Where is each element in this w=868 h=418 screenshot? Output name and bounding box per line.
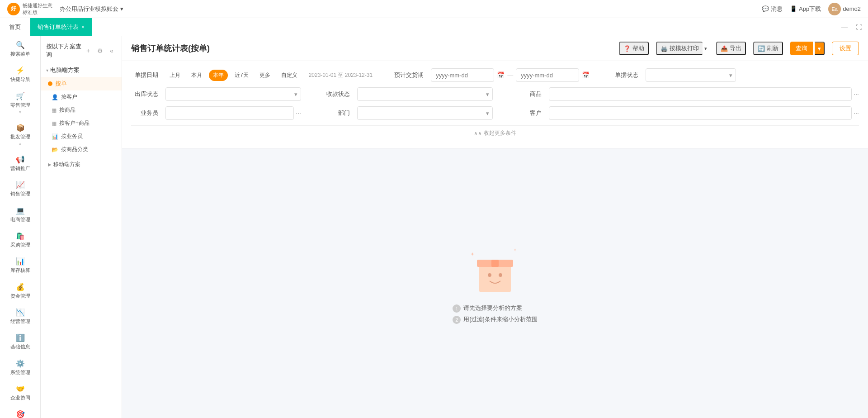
message-icon: 💬 (762, 5, 769, 12)
sidebar-item-finance[interactable]: 💰 资金管理 (0, 278, 40, 304)
date-range-text: 2023-01-01 至 2023-12-31 (309, 71, 373, 79)
sidebar-item-marketing[interactable]: 📢 营销推广 (0, 151, 40, 176)
marketing-icon: 📢 (16, 155, 25, 164)
company-selector[interactable]: 办公用品行业模拟账套 ▾ (56, 3, 127, 15)
date-btn-this-year[interactable]: 本年 (209, 70, 228, 81)
product-icon: ▦ (52, 107, 57, 114)
expected-date-end-input[interactable] (516, 68, 579, 82)
scheme-item-by-order[interactable]: 按单 (41, 77, 122, 90)
top-bar: 好 畅捷通好生意 标准版 办公用品行业模拟账套 ▾ 💬 消息 📱 App下载 E… (0, 0, 868, 18)
message-button[interactable]: 💬 消息 (762, 5, 783, 13)
purchase-icon: 🛍️ (16, 232, 25, 240)
sidebar-item-retail[interactable]: 🛒 零售管理 ▼ (0, 87, 40, 119)
date-btn-last-month[interactable]: 上月 (165, 70, 184, 81)
department-wrapper (357, 106, 493, 120)
status-select[interactable] (646, 68, 736, 82)
minimize-icon[interactable]: — (839, 22, 850, 33)
filter-row-3: 业务员 ··· 部门 客户 ··· (131, 106, 859, 120)
query-button[interactable]: 查询 (790, 42, 813, 55)
salesperson-input[interactable] (165, 106, 294, 120)
date-btn-last-7-days[interactable]: 近7天 (231, 70, 253, 81)
scheme-settings-button[interactable]: ⚙ (95, 46, 104, 55)
customer-product-icon: ▦ (52, 120, 57, 127)
expected-date-label: 预计交货期 (394, 71, 424, 79)
scheme-item-by-customer-product[interactable]: ▦ 按客户+商品 (41, 117, 122, 130)
newcomer-icon: 🎯 (16, 410, 25, 418)
sidebar-item-cooperation[interactable]: 🤝 企业协同 (0, 380, 40, 405)
date-label: 单据日期 (131, 71, 158, 79)
sidebar-item-basic-info[interactable]: ℹ️ 基础信息 (0, 329, 40, 354)
customer-more-icon[interactable]: ··· (854, 109, 859, 117)
scheme-item-by-customer[interactable]: 👤 按客户 (41, 90, 122, 104)
delivery-status-select[interactable] (165, 87, 301, 101)
page-header: 销售订单统计表(按单) ❓ 帮助 🖨️ 按模板打印 ▾ (122, 36, 868, 61)
department-select[interactable] (357, 106, 493, 120)
sidebar-item-sales[interactable]: 📈 销售管理 (0, 176, 40, 201)
date-btn-custom[interactable]: 自定义 (277, 70, 302, 81)
svg-text:✦: ✦ (509, 262, 512, 266)
export-button[interactable]: 📤 导出 (716, 42, 746, 55)
page-title: 销售订单统计表(按单) (131, 43, 210, 54)
payment-status-label: 收款状态 (323, 90, 350, 98)
sidebar-item-search-menu[interactable]: 🔍 搜索菜单 (0, 36, 40, 62)
finance-icon: 💰 (16, 283, 25, 291)
date-btn-more[interactable]: 更多 (255, 70, 274, 81)
collapse-panel-button[interactable]: « (107, 46, 116, 55)
app-download-button[interactable]: 📱 App下载 (790, 5, 821, 13)
calendar-end-icon[interactable]: 📅 (582, 71, 590, 79)
query-button-group: 查询 ▾ (790, 42, 825, 55)
sidebar-item-newcomer[interactable]: 🎯 新手引导 (0, 405, 40, 418)
retail-arrow-icon: ▼ (18, 109, 23, 114)
scheme-item-by-category[interactable]: 📂 按商品分类 (41, 143, 122, 156)
product-more-icon[interactable]: ··· (854, 90, 859, 98)
sidebar-item-wholesale[interactable]: 📦 批发管理 ▲ (0, 119, 40, 151)
system-icon: ⚙️ (16, 359, 25, 368)
filter-row-2: 出库状态 收款状态 商品 ··· (131, 87, 859, 101)
sidebar-item-purchase[interactable]: 🛍️ 采购管理 (0, 227, 40, 252)
expected-date-start-input[interactable] (431, 68, 494, 82)
logo-icon: 好 (7, 3, 20, 15)
status-label: 单据状态 (611, 71, 638, 79)
payment-status-select[interactable] (357, 87, 493, 101)
mobile-scheme-header[interactable]: ▶ 移动端方案 (41, 158, 122, 171)
top-bar-right: 💬 消息 📱 App下载 Ea demo2 (762, 3, 861, 15)
inventory-icon: 📊 (16, 257, 25, 266)
refresh-button[interactable]: 🔄 刷新 (753, 42, 783, 55)
scheme-item-by-product[interactable]: ▦ 按商品 (41, 104, 122, 117)
product-input[interactable] (549, 87, 852, 101)
sidebar-item-system[interactable]: ⚙️ 系统管理 (0, 355, 40, 380)
tab-sales-order-stats[interactable]: 销售订单统计表 × (30, 18, 92, 36)
quick-nav-icon: ⚡ (16, 66, 25, 75)
department-label: 部门 (323, 109, 350, 117)
search-menu-icon: 🔍 (16, 41, 25, 49)
date-btn-this-month[interactable]: 本月 (187, 70, 206, 81)
maximize-icon[interactable]: ⛶ (854, 22, 864, 33)
customer-input[interactable] (549, 106, 852, 120)
sidebar-item-quick-nav[interactable]: ⚡ 快捷导航 (0, 62, 40, 87)
wholesale-icon: 📦 (16, 124, 25, 132)
date-separator: — (507, 72, 513, 79)
print-dropdown-icon[interactable]: ▾ (703, 45, 709, 52)
collapse-bar[interactable]: ∧∧ 收起更多条件 (131, 125, 859, 141)
scheme-item-by-salesperson[interactable]: 📊 按业务员 (41, 130, 122, 143)
close-tab-icon[interactable]: × (81, 24, 85, 30)
left-panel-actions: + ⚙ « (84, 46, 116, 55)
empty-tip-1: 1 请先选择要分析的方案 (453, 304, 537, 313)
user-profile[interactable]: Ea demo2 (828, 3, 861, 15)
tab-home[interactable]: 首页 (0, 18, 30, 36)
add-scheme-button[interactable]: + (84, 46, 93, 55)
query-dropdown-button[interactable]: ▾ (815, 42, 825, 55)
print-button[interactable]: 🖨️ 按模板打印 (656, 42, 703, 55)
phone-icon: 📱 (790, 5, 797, 12)
sidebar-item-operations[interactable]: 📉 经营管理 (0, 304, 40, 329)
sidebar-item-inventory[interactable]: 📊 库存核算 (0, 252, 40, 278)
operations-icon: 📉 (16, 308, 25, 317)
sidebar-item-ecommerce[interactable]: 💻 电商管理 (0, 202, 40, 227)
salesperson-more-icon[interactable]: ··· (296, 109, 301, 117)
top-bar-left: 好 畅捷通好生意 标准版 办公用品行业模拟账套 ▾ (7, 2, 127, 15)
help-button[interactable]: ❓ 帮助 (619, 42, 649, 55)
settings-button[interactable]: 设置 (832, 42, 859, 55)
calendar-start-icon[interactable]: 📅 (497, 71, 505, 79)
left-panel: 按以下方案查询 + ⚙ « ▾ 电脑端方案 按单 👤 按 (41, 36, 122, 418)
pc-scheme-header[interactable]: ▾ 电脑端方案 (41, 63, 122, 77)
